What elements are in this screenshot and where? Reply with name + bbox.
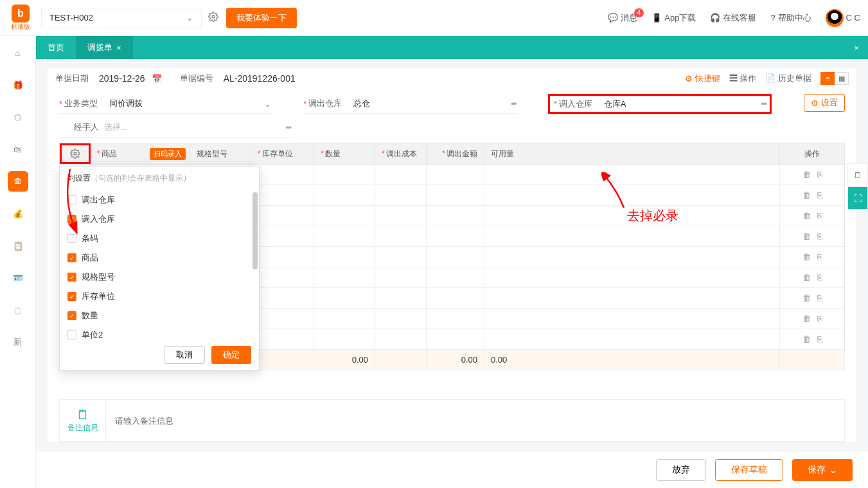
more-icon[interactable]: ••• [511, 99, 516, 109]
help-center-link[interactable]: ? 帮助中心 [770, 12, 811, 24]
messages-link[interactable]: 💬 消息 4 [608, 12, 637, 24]
chevron-down-icon[interactable]: ⌄ [264, 99, 271, 109]
gear-icon[interactable] [208, 12, 218, 24]
logo-icon: b [12, 5, 30, 23]
copy-icon[interactable]: ⎘ [817, 273, 822, 282]
copy-icon[interactable]: ⎘ [817, 252, 822, 262]
copy-icon[interactable]: ⎘ [817, 190, 822, 200]
delete-icon[interactable]: 🗑 [802, 293, 811, 303]
column-option[interactable]: ✓数量 [67, 306, 251, 325]
calendar-icon[interactable]: 📅 [152, 74, 162, 84]
copy-icon[interactable]: ⎘ [817, 314, 822, 323]
column-option[interactable]: ✓规格型号 [67, 267, 251, 287]
experience-button[interactable]: 我要体验一下 [226, 8, 297, 28]
tab-transfer-order[interactable]: 调拨单 × [76, 36, 133, 59]
option-label: 商品 [82, 252, 98, 264]
column-option[interactable]: 单位2 [67, 325, 251, 339]
field-handler[interactable]: 经手人 选择... ••• [59, 118, 290, 138]
delete-icon[interactable]: 🗑 [802, 273, 811, 282]
delete-icon[interactable]: 🗑 [802, 334, 811, 344]
field-biz-type[interactable]: * 业务类型 同价调拨 ⌄ [59, 94, 271, 114]
avatar [826, 9, 844, 27]
discard-button[interactable]: 放弃 [656, 459, 706, 481]
out-wh-label: 调出仓库 [308, 98, 353, 109]
online-service-link[interactable]: 🎧 在线客服 [710, 12, 756, 24]
delete-icon[interactable]: 🗑 [802, 252, 811, 262]
column-option[interactable]: ✓商品 [67, 248, 251, 267]
operate-link[interactable]: ☰ 操作 [729, 73, 757, 84]
delete-icon[interactable]: 🗑 [802, 190, 811, 200]
date-value[interactable]: 2019-12-26 [99, 73, 145, 84]
delete-icon[interactable]: 🗑 [802, 211, 811, 221]
checkbox-icon[interactable] [67, 330, 76, 339]
nav-bag-icon[interactable]: 🛍 [8, 139, 28, 159]
remark-input[interactable] [106, 400, 844, 441]
delete-icon[interactable]: 🗑 [802, 231, 811, 241]
checkbox-icon[interactable] [67, 195, 76, 204]
copy-icon[interactable]: ⎘ [817, 211, 822, 221]
delete-icon[interactable]: 🗑 [802, 170, 811, 179]
column-option[interactable]: 调出仓库 [67, 190, 251, 210]
nav-warehouse-icon[interactable]: 🏚 [8, 171, 28, 192]
copy-icon[interactable]: ⎘ [817, 170, 822, 179]
column-option[interactable]: ✓调入仓库 [67, 210, 251, 229]
col-amount: *调出金额 [427, 143, 484, 164]
checkbox-icon[interactable]: ✓ [67, 273, 76, 282]
nav-tag-icon[interactable]: ⬠ [8, 107, 28, 127]
col-qty: *数量 [314, 143, 375, 164]
checkbox-icon[interactable] [67, 234, 76, 243]
header-right: 💬 消息 4 📱 App下载 🎧 在线客服 ? 帮助中心 C C [608, 9, 860, 27]
checkbox-icon[interactable]: ✓ [67, 292, 76, 301]
fullscreen-icon[interactable]: ⛶ [847, 186, 868, 210]
save-draft-button[interactable]: 保存草稿 [715, 459, 783, 481]
nav-gift-icon[interactable]: 🎁 [8, 75, 28, 95]
col-op: 操作 [780, 143, 844, 164]
option-label: 规格型号 [82, 271, 115, 283]
scan-input-button[interactable]: 扫码录入 [150, 148, 186, 160]
fields-row-2: 经手人 选择... ••• [59, 118, 845, 138]
remark-label: 🗒 备注信息 [60, 400, 106, 441]
app-download-link[interactable]: 📱 App下载 [651, 12, 696, 24]
nav-loading-icon[interactable]: ◌ [8, 300, 28, 320]
svg-point-1 [74, 152, 76, 155]
more-icon[interactable]: ••• [285, 123, 290, 132]
checkbox-icon[interactable]: ✓ [67, 253, 76, 262]
nav-clipboard-icon[interactable]: 📋 [8, 235, 28, 256]
column-settings-button[interactable] [60, 143, 91, 164]
help-icon: ? [770, 13, 775, 23]
note-toggle-icon[interactable]: 🗒 [847, 163, 868, 186]
close-icon[interactable]: × [116, 43, 121, 53]
delete-icon[interactable]: 🗑 [802, 314, 811, 323]
foot-avail: 0.00 [484, 350, 780, 370]
nav-money-icon[interactable]: 💰 [8, 203, 28, 224]
column-option[interactable]: ✓库存单位 [67, 287, 251, 306]
copy-icon[interactable]: ⎘ [817, 293, 822, 303]
tabs-close-all[interactable]: × [845, 36, 868, 59]
nav-new-icon[interactable]: 新 [8, 332, 28, 352]
save-button[interactable]: 保存⌄ [792, 459, 853, 481]
checkbox-icon[interactable]: ✓ [67, 311, 76, 320]
field-out-warehouse[interactable]: * 调出仓库 总仓 ••• [303, 94, 515, 114]
nav-home-icon[interactable]: ⌂ [8, 42, 28, 63]
copy-icon[interactable]: ⎘ [817, 231, 822, 241]
tab-label: 调拨单 [87, 42, 112, 53]
nav-id-icon[interactable]: 🪪 [8, 267, 28, 288]
copy-icon[interactable]: ⎘ [817, 334, 822, 344]
hotkey-link[interactable]: ⚙快捷键 [685, 73, 720, 84]
left-nav: ⌂ 🎁 ⬠ 🛍 🏚 💰 📋 🪪 ◌ 新 [0, 36, 36, 488]
history-link[interactable]: 📄 历史单据 [765, 73, 811, 84]
more-icon[interactable]: ••• [761, 99, 766, 109]
cancel-button[interactable]: 取消 [164, 346, 205, 364]
user-menu[interactable]: C C [826, 9, 860, 27]
scrollbar[interactable] [252, 192, 258, 340]
checkbox-icon[interactable]: ✓ [67, 215, 76, 224]
merchant-select[interactable]: TEST-H002 ⌄ [41, 8, 202, 28]
view-grid-icon[interactable]: ▦ [835, 72, 849, 85]
view-list-icon[interactable]: ≡ [820, 72, 835, 85]
column-option[interactable]: 条码 [67, 229, 251, 248]
tab-home[interactable]: 首页 [36, 36, 76, 59]
settings-button[interactable]: ⚙ 设置 [804, 94, 845, 112]
ok-button[interactable]: 确定 [211, 346, 251, 364]
merchant-value: TEST-H002 [49, 13, 93, 23]
field-in-warehouse[interactable]: * 调入仓库 仓库A ••• [548, 94, 772, 114]
